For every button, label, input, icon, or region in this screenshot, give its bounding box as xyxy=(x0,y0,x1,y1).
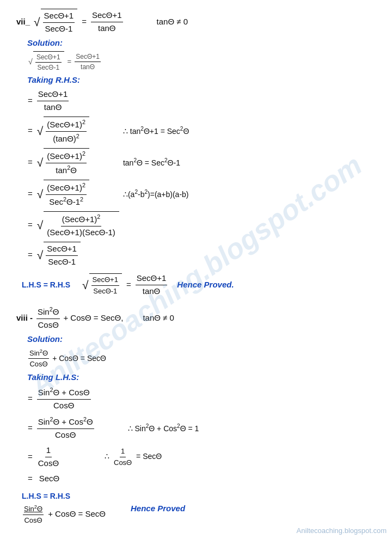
step-viii-4: = SecΘ xyxy=(24,473,376,485)
step-viii-1: = Sin2Θ + CosΘ CosΘ xyxy=(24,385,376,412)
hence-proved-viii: Hence Proved xyxy=(131,503,185,515)
solution-label-vii: Solution: xyxy=(16,37,376,50)
conclusion-eq-vii: √ SecΘ+1 SecΘ-1 = SecΘ+1 tanΘ Hence xyxy=(81,272,234,297)
problem-viii-section: viii - Sin2Θ CosΘ + CosΘ = SecΘ, tanΘ ≠ … xyxy=(16,305,376,527)
given-sqrt: √ SecΘ+1 SecΘ-1 xyxy=(28,51,64,72)
taking-lhs-viii: Taking L.H.S: xyxy=(16,371,376,384)
lhs-rhs-viii: L.H.S = R.H.S Sin2Θ CosΘ + CosΘ = SecΘ xyxy=(22,491,109,527)
problem-vii-header: vii_ √ SecΘ+1 SecΘ-1 = SecΘ+1 tanΘ xyxy=(16,9,376,35)
step-viii-3: = 1 CosΘ ∴ 1 CosΘ = SecΘ xyxy=(24,444,376,469)
frac-1: SecΘ+1 SecΘ-1 xyxy=(43,10,75,35)
step-vii-4: = √ (SecΘ+1)2 Sec2Θ-12 ∴(a2-b2)=(a+b)(a-… xyxy=(24,180,376,208)
problem-vii-num: vii_ xyxy=(16,16,30,28)
problem-vii-section: vii_ √ SecΘ+1 SecΘ-1 = SecΘ+1 tanΘ xyxy=(16,9,376,297)
given-eq-vii: √ SecΘ+1 SecΘ-1 = SecΘ+1 tanΘ xyxy=(27,51,376,72)
lhs-sqrt: √ SecΘ+1 SecΘ-1 xyxy=(34,9,77,35)
problem-viii-num: viii - xyxy=(16,312,33,325)
step-vii-6: = √ SecΘ+1 SecΘ-1 xyxy=(24,242,376,268)
rhs-num-1: SecΘ+1 xyxy=(91,9,123,22)
rhs-frac-1: SecΘ+1 tanΘ xyxy=(91,9,123,34)
step-vii-2: = √ (SecΘ+1)2 (tanΘ)2 ∴ tan2Θ+1 = Sec2Θ xyxy=(24,117,376,145)
page: Aniltecoaching.blogspot.com vii_ √ SecΘ+… xyxy=(0,0,392,551)
step-vii-3: = √ (SecΘ+1)2 tan2Θ tan2Θ = Sec2Θ-1 xyxy=(24,148,376,176)
frac-den-1: SecΘ-1 xyxy=(44,23,74,35)
lhs-rhs-vii: L.H.S = R.H.S xyxy=(22,279,70,291)
conclusion-viii: L.H.S = R.H.S Sin2Θ CosΘ + CosΘ = SecΘ H… xyxy=(22,491,376,527)
condition-1: tanΘ ≠ 0 xyxy=(157,16,188,28)
watermark-bottom: Aniltecoaching.blogspot.com xyxy=(297,526,387,535)
sqrt-symbol-1: √ xyxy=(34,16,40,28)
solution-text-vii: Solution: xyxy=(27,37,63,50)
condition-2: tanΘ ≠ 0 xyxy=(143,312,174,325)
taking-rhs-vii: Taking R.H.S: xyxy=(16,74,376,87)
solution-text-viii: Solution: xyxy=(27,333,63,346)
given-eq-viii: Sin2Θ CosΘ + CosΘ = SecΘ xyxy=(27,347,376,370)
equals-1: = xyxy=(82,16,87,28)
step-vii-1: = SecΘ+1 tanΘ xyxy=(24,88,376,113)
hence-proved-vii: Hence Proved. xyxy=(177,279,234,291)
solution-label-viii: Solution: xyxy=(16,333,376,346)
step-vii-5: = √ (SecΘ+1)2 (SecΘ+1)(SecΘ-1) xyxy=(24,211,376,238)
sqrt-content-1: SecΘ+1 SecΘ-1 xyxy=(41,9,78,35)
sec-theta: SecΘ xyxy=(39,473,60,485)
step-viii-2: = Sin2Θ + Cos2Θ CosΘ ∴ Sin2Θ + Cos2Θ = 1 xyxy=(24,415,376,441)
conclusion-expr-viii: Sin2Θ CosΘ + CosΘ = SecΘ xyxy=(22,503,109,525)
rhs-den-1: tanΘ xyxy=(97,22,117,35)
conclusion-vii: L.H.S = R.H.S √ SecΘ+1 SecΘ-1 = xyxy=(22,272,376,297)
problem-viii-header: viii - Sin2Θ CosΘ + CosΘ = SecΘ, tanΘ ≠ … xyxy=(16,305,376,331)
taking-text-vii: Taking R.H.S: xyxy=(27,74,80,87)
taking-text-viii: Taking L.H.S: xyxy=(27,371,79,384)
content-area: vii_ √ SecΘ+1 SecΘ-1 = SecΘ+1 tanΘ xyxy=(16,9,376,527)
frac-num-1: SecΘ+1 xyxy=(43,10,75,23)
